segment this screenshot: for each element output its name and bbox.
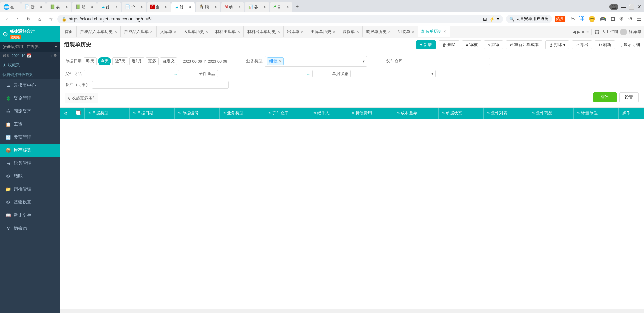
col-order-no[interactable]: ⇅ 单据编号 [175,108,220,119]
col-order-type[interactable]: ⇅ 单据类型 [84,108,130,119]
tab-close-2[interactable]: ✕ [40,5,42,9]
add-icon[interactable]: + [50,54,52,58]
tab-close-8[interactable]: ✕ [189,5,191,9]
reload-btn[interactable]: ↻ [25,15,33,23]
nav-tab-prod-in[interactable]: 产成品入库单 ✕ [121,26,157,37]
sidebar-item-inventory[interactable]: 📦 库存核算 [0,144,60,157]
nav-tab-material-out[interactable]: 材料出库单 ✕ [212,26,244,37]
nav-tab-close-11[interactable]: ✕ [412,30,414,34]
sidebar-item-archive[interactable]: 📁 归档管理 [0,183,60,196]
col-parent-goods[interactable]: ⇅ 父件商品 [528,108,574,119]
select-all-checkbox[interactable] [76,110,81,115]
browser-tab-1[interactable]: 🌐 在... [0,2,21,12]
browser-tab-2[interactable]: 📄 新... ✕ [21,2,46,12]
nav-tab-material-out-history[interactable]: 材料出库单历史 ✕ [244,26,284,37]
tab-close-6[interactable]: ✕ [140,5,143,9]
nav-tab-out-history[interactable]: 出库单历史 ✕ [307,26,339,37]
nav-tab-close-1[interactable]: ✕ [114,30,117,34]
show-detail-input[interactable] [618,43,622,47]
url-input[interactable]: 🔒 https://cloud.chanjet.com/accounting/u… [57,15,503,23]
ellipsis-btn-child-goods[interactable]: ... [307,71,310,76]
col-checkbox[interactable] [72,108,84,119]
parent-goods-select[interactable]: ... [84,70,179,77]
refresh-button[interactable]: ↻ 刷新 [595,40,615,49]
col-unit[interactable]: ⇅ 计量单位 [574,108,619,119]
calendar-icon[interactable]: 📅 [27,53,32,58]
nav-tab-close-2[interactable]: ✕ [150,30,153,34]
child-goods-select[interactable]: ... [217,70,313,77]
nav-tab-close-6[interactable]: ✕ [277,30,280,34]
add-button[interactable]: + 新增 [416,40,435,49]
game-icon[interactable]: 🎮 [600,16,606,22]
search-box[interactable]: 🔍 大量安卓用户逃离 [506,15,552,23]
nav-tab-close-12[interactable]: ✕ [443,30,446,33]
order-status-select[interactable]: ▾ [350,70,436,77]
nav-tab-in-history[interactable]: 入库单历史 ✕ [180,26,212,37]
back-btn[interactable]: ‹ [3,15,11,23]
menu-icon[interactable]: ☰ [636,16,641,22]
sun-icon[interactable]: ☀ [619,16,624,22]
query-button[interactable]: 查询 [593,92,617,102]
today-btn[interactable]: 今天 [98,57,111,65]
col-settings[interactable]: ⚙ [60,108,72,119]
col-child-warehouse[interactable]: ⇅ 子件仓库 [265,108,310,119]
tab-close-9[interactable]: ✕ [214,5,217,9]
nav-tab-close-10[interactable]: ✕ [388,30,391,34]
abandon-button[interactable]: ○ 弃审 [484,40,503,49]
parent-warehouse-select[interactable]: ... [405,58,490,65]
tab-close-5[interactable]: ✕ [115,5,118,9]
new-tab-btn[interactable]: + [293,4,301,10]
col-disassemble-fee[interactable]: ⇅ 拆装费用 [348,108,393,119]
col-handler[interactable]: ⇅ 经手人 [310,108,348,119]
browser-tab-5[interactable]: ☁ 好... ✕ [97,2,121,12]
nav-tab-close-7[interactable]: ✕ [301,30,304,34]
nav-tab-close-9[interactable]: ✕ [356,30,359,34]
col-parent-list[interactable]: ⇅ 父件列表 [483,108,528,119]
col-order-status[interactable]: ⇅ 单据状态 [438,108,483,119]
more-date-btn[interactable]: 更多 [146,57,159,65]
service-label[interactable]: 人工咨询 [602,29,618,35]
browser-tab-8[interactable]: ☁ 好... ✕ [171,2,195,12]
translate-icon[interactable]: 译 [579,15,585,23]
tab-close-3[interactable]: ✕ [65,5,68,9]
forward-btn[interactable]: › [14,15,22,23]
settings-icon-small[interactable]: ⚙ [54,53,57,58]
tab-close-10[interactable]: ✕ [238,5,241,9]
scissors-icon[interactable]: ✂ [571,16,575,22]
note-input[interactable] [92,81,229,89]
grid-icon[interactable]: ⊞ [611,16,615,22]
nav-tab-adjust[interactable]: 调拨单 ✕ [339,26,363,37]
bookmark-btn[interactable]: ☆ [46,15,55,23]
col-settings-icon[interactable]: ⚙ [64,111,68,116]
company-selector[interactable]: (勿删勿禁用）江西服宝测试专用 ▾ [0,42,60,52]
nav-more-icon[interactable]: ≡ [586,30,589,34]
7days-btn[interactable]: 近7天 [112,57,128,65]
bookmark-star-icon[interactable]: ⚡ [489,16,495,22]
nav-tab-close-4[interactable]: ✕ [205,30,208,34]
collapse-btn[interactable]: ∧ 收起更多条件 [65,93,98,103]
col-biz-type[interactable]: ⇅ 业务类型 [220,108,265,119]
dropdown-icon[interactable]: ▾ [497,17,499,22]
sidebar-item-cloud-report[interactable]: ☁ 云报表中心 [0,79,60,92]
sidebar-item-payroll[interactable]: 📋 工资 [0,118,60,131]
qr-icon[interactable]: ⊞ [483,16,487,22]
show-detail-checkbox[interactable]: 显示明细 [618,42,640,48]
review-button[interactable]: ● 审核 [462,40,481,49]
print-button[interactable]: 🖨 打印 ▾ [545,40,569,49]
browser-tab-4[interactable]: 📗 易... ✕ [72,2,97,12]
nav-tab-close-8[interactable]: ✕ [333,30,335,34]
window-close[interactable]: ✕ [637,4,641,10]
nav-tab-prod-in-history[interactable]: 产成品入库单历史 ✕ [77,26,121,37]
biz-type-select[interactable]: 组装 × ▾ [265,56,367,67]
yesterday-btn[interactable]: 昨天 [84,57,97,65]
tab-close-11[interactable]: ✕ [263,5,266,9]
nav-tab-adjust-history[interactable]: 调拨单历史 ✕ [363,26,394,37]
nav-tab-assemble[interactable]: 组装单 ✕ [394,26,418,37]
browser-tab-7[interactable]: 🅲 企... ✕ [147,2,171,12]
1month-btn[interactable]: 近1月 [129,57,145,65]
nav-tab-in-order[interactable]: 入库单 ✕ [157,26,180,37]
nav-tab-close-3[interactable]: ✕ [174,30,176,34]
browser-tab-6[interactable]: 📄 个... ✕ [122,2,146,12]
sidebar-item-fixed-asset[interactable]: 🏛 固定资产 [0,105,60,118]
tab-close-4[interactable]: ✕ [91,5,93,9]
